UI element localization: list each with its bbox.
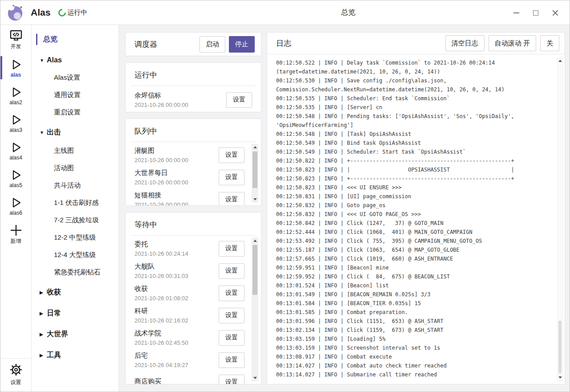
scrollbar-thumb[interactable] [252, 151, 257, 188]
log-line: 00:12:50.832 | INFO | <<< UI GOTO PAGE_O… [276, 210, 553, 219]
task-info: 大世界每日2021-10-26 00:00:00 [134, 168, 219, 186]
log-line: 00:12:59.951 | INFO | [Beacon] mine [276, 263, 553, 272]
task-setting-button[interactable]: 设置 [219, 263, 244, 279]
rail-item-label: alas5 [0, 182, 31, 188]
rail-item-alas4[interactable]: alas4 [0, 137, 31, 164]
queue-scrollbar[interactable] [252, 144, 258, 203]
task-name: 商店购买 [134, 377, 219, 384]
rail-item-label: alas4 [0, 155, 31, 161]
menu-item-7-2 三战捡垃圾[interactable]: 7-2 三战捡垃圾 [32, 212, 118, 229]
autoscroll-toggle-button[interactable]: 自动滚动 开 [489, 35, 536, 51]
menu-group-工具[interactable]: ▶工具 [32, 346, 118, 365]
task-info: 委托2021-10-26 00:24:14 [134, 240, 219, 257]
scrollbar-thumb[interactable] [252, 245, 257, 295]
task-setting-button[interactable]: 设置 [226, 92, 252, 108]
scrollbar-thumb[interactable] [558, 321, 562, 373]
log-line: 00:12:50.530 | INFO | Save config ./conf… [276, 76, 553, 85]
log-line: 00:13:14.027 | INFO | Combat auto check … [276, 361, 553, 370]
scheduler-stop-button[interactable]: 停止 [229, 36, 255, 53]
menu-item-重启设置[interactable]: 重启设置 [32, 104, 118, 121]
queue-card: 队列中 潜艇图2021-10-26 00:00:00设置大世界每日2021-10… [125, 118, 261, 206]
rail-item-alas[interactable]: alas [0, 54, 31, 82]
close-icon [552, 10, 558, 16]
menu-item-通用设置[interactable]: 通用设置 [32, 86, 118, 104]
clear-log-button[interactable]: 清空日志 [445, 35, 484, 51]
rail-item-alas2[interactable]: alas2 [0, 82, 31, 109]
maximize-button[interactable] [526, 4, 546, 22]
nav-rail-spacer [0, 249, 31, 358]
task-setting-button[interactable]: 设置 [219, 192, 244, 206]
menu-item-12-4 大型练级[interactable]: 12-4 大型练级 [32, 246, 118, 264]
close-button[interactable] [546, 4, 565, 22]
log-close-button[interactable]: 关 [540, 35, 559, 51]
minimize-icon [513, 12, 519, 13]
log-line: 00:13:02.134 | INFO | Click (1159, 673) … [276, 326, 553, 335]
task-setting-button[interactable]: 设置 [219, 241, 244, 257]
menu-group-label: 出击 [47, 128, 61, 136]
minimize-button[interactable] [506, 4, 526, 22]
menu-group-Alas[interactable]: ▼Alas [32, 51, 118, 69]
rail-item-dev[interactable]: 开发 [0, 25, 31, 54]
log-line: 00:12:57.665 | INFO | Click (1019, 660) … [276, 254, 553, 263]
task-name: 大舰队 [134, 262, 219, 271]
task-time: 2021-10-26 00:00:00 [134, 157, 219, 164]
menu-group-大世界[interactable]: ▶大世界 [32, 325, 118, 344]
rail-item-label: alas6 [0, 210, 31, 216]
menu-item-overview[interactable]: 总览 [32, 31, 118, 48]
nav-rail-items: 开发alasalas2alas3alas4alas5alas6新增 [0, 25, 31, 249]
task-info: 余烬信标2021-10-26 00:00:00 [134, 91, 226, 109]
log-line: 00:12:50.823 | INFO | | OPSIASHASSIST | [276, 165, 553, 174]
menu-item-紧急委托刷钻石[interactable]: 紧急委托刷钻石 [32, 264, 118, 281]
chevron-right-icon: ▶ [40, 311, 47, 316]
code-monitor-icon [0, 29, 31, 42]
running-task-list: 余烬信标2021-10-26 00:00:00设置 [126, 86, 261, 112]
log-line: 00:13:01.585 | INFO | Combat preparation… [276, 308, 553, 317]
task-name: 潜艇图 [134, 146, 219, 155]
task-setting-button[interactable]: 设置 [219, 330, 244, 346]
menu-group-收获[interactable]: ▶收获 [32, 283, 118, 302]
rail-item-alas6[interactable]: alas6 [0, 192, 31, 220]
log-scrollbar[interactable] [557, 57, 563, 381]
task-info: 战术学院2021-10-26 02:45:50 [134, 329, 219, 347]
menu-item-共斗活动[interactable]: 共斗活动 [32, 177, 118, 194]
task-setting-button[interactable]: 设置 [219, 286, 244, 301]
waiting-scrollbar[interactable] [252, 237, 258, 381]
menu-group-日常[interactable]: ▶日常 [32, 304, 118, 323]
task-row: 潜艇图2021-10-26 00:00:00设置 [134, 144, 248, 166]
menu-item-主线图[interactable]: 主线图 [32, 142, 118, 159]
task-info: 收获2021-10-26 01:08:02 [134, 284, 219, 302]
menu-item-1-1 伏击刷好感[interactable]: 1-1 伏击刷好感 [32, 194, 118, 212]
log-line: 00:13:03.159 | INFO | Screenshot interva… [276, 343, 553, 352]
task-setting-button[interactable]: 设置 [219, 147, 244, 163]
nav-rail: 开发alasalas2alas3alas4alas5alas6新增 设置 [0, 25, 32, 392]
rail-item-alas5[interactable]: alas5 [0, 164, 31, 192]
scroll-up-icon[interactable] [252, 237, 258, 244]
log-header: 日志 清空日志 自动滚动 开 关 [267, 33, 565, 54]
rail-item-settings[interactable]: 设置 [0, 358, 31, 392]
maximize-icon [533, 10, 538, 16]
play-icon [0, 86, 31, 99]
task-setting-button[interactable]: 设置 [219, 308, 244, 323]
rail-item-add[interactable]: 新增 [0, 220, 31, 249]
scroll-down-icon[interactable] [252, 375, 258, 381]
task-setting-button[interactable]: 设置 [219, 170, 244, 185]
app-name: Alas [31, 7, 50, 18]
scroll-down-icon[interactable] [252, 196, 258, 203]
scheduler-start-button[interactable]: 启动 [200, 36, 225, 53]
task-setting-button[interactable]: 设置 [219, 375, 244, 384]
scroll-down-icon[interactable] [558, 374, 562, 381]
rail-item-alas3[interactable]: alas3 [0, 109, 31, 137]
task-setting-button[interactable]: 设置 [219, 352, 244, 368]
menu-group-出击[interactable]: ▼出击 [32, 123, 118, 142]
task-row: 大舰队2021-10-26 00:31:03设置 [134, 260, 248, 282]
log-line: 00:13:01.549 | INFO | [BEACON_REMAIN 0.0… [276, 290, 553, 299]
menu-item-活动图[interactable]: 活动图 [32, 159, 118, 177]
task-time: 2021-10-26 00:00:00 [134, 102, 226, 109]
scheduler-card: 调度器 启动 停止 [125, 32, 261, 56]
alas-logo-icon [6, 3, 24, 22]
log-line: 00:12:59.952 | INFO | Click ( 84, 675) @… [276, 272, 553, 281]
menu-item-12-2 中型练级[interactable]: 12-2 中型练级 [32, 229, 118, 246]
menu-item-Alas设置[interactable]: Alas设置 [32, 69, 118, 86]
scroll-up-icon[interactable] [252, 144, 258, 151]
scroll-up-icon[interactable] [558, 57, 562, 64]
